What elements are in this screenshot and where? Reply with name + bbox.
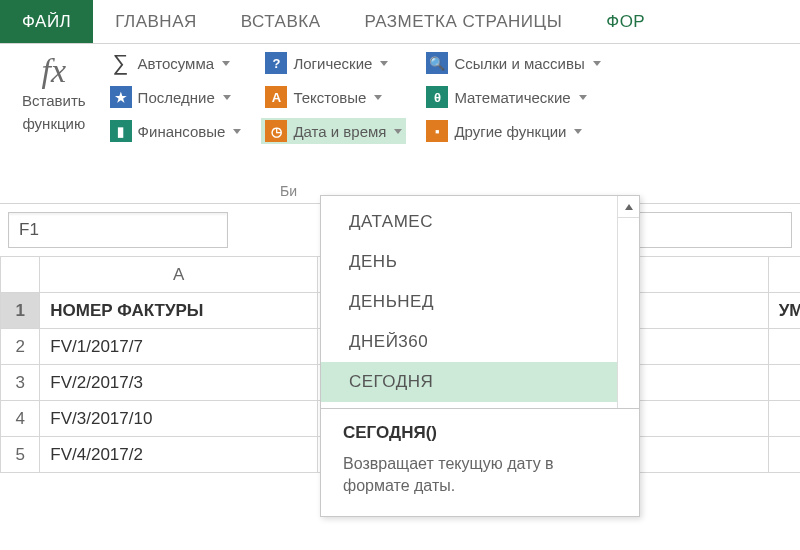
tab-home[interactable]: ГЛАВНАЯ bbox=[93, 0, 218, 43]
function-tooltip: СЕГОДНЯ() Возвращает текущую дату в форм… bbox=[321, 408, 639, 516]
ribbon-formulas: fx Вставить функцию ∑ Автосумма ★ Послед… bbox=[0, 44, 800, 204]
cell[interactable]: FV/2/2017/3 bbox=[40, 365, 318, 401]
tab-page-layout[interactable]: РАЗМЕТКА СТРАНИЦЫ bbox=[342, 0, 584, 43]
menu-tabs: ФАЙЛ ГЛАВНАЯ ВСТАВКА РАЗМЕТКА СТРАНИЦЫ Ф… bbox=[0, 0, 800, 44]
autosum-label: Автосумма bbox=[138, 55, 215, 72]
dropdown-item[interactable]: ДЕНЬНЕД bbox=[321, 282, 617, 322]
chevron-down-icon bbox=[394, 129, 402, 134]
cell[interactable]: УММА ФА bbox=[768, 293, 800, 329]
chevron-down-icon bbox=[380, 61, 388, 66]
tooltip-description: Возвращает текущую дату в формате даты. bbox=[343, 453, 617, 498]
search-icon: 🔍 bbox=[426, 52, 448, 74]
tooltip-title: СЕГОДНЯ() bbox=[343, 423, 617, 443]
fx-icon: fx bbox=[42, 54, 67, 88]
cell[interactable]: НОМЕР ФАКТУРЫ bbox=[40, 293, 318, 329]
more-icon: ▪ bbox=[426, 120, 448, 142]
row-header-3[interactable]: 3 bbox=[1, 365, 40, 401]
cell[interactable]: 87 60 bbox=[768, 365, 800, 401]
more-functions-button[interactable]: ▪ Другие функции bbox=[422, 118, 604, 144]
col-header-A[interactable]: A bbox=[40, 257, 318, 293]
dropdown-item[interactable]: СЕГОДНЯ bbox=[321, 362, 617, 402]
theta-icon: θ bbox=[426, 86, 448, 108]
lookup-label: Ссылки и массивы bbox=[454, 55, 584, 72]
dropdown-item[interactable]: ДЕНЬ bbox=[321, 242, 617, 282]
ribbon-group-label: Би bbox=[280, 183, 297, 199]
logical-button[interactable]: ? Логические bbox=[261, 50, 406, 76]
name-box[interactable]: F1 bbox=[8, 212, 228, 248]
cell[interactable]: 49 15 bbox=[768, 401, 800, 437]
chevron-down-icon bbox=[574, 129, 582, 134]
col-header-D[interactable]: D bbox=[768, 257, 800, 293]
chevron-down-icon bbox=[579, 95, 587, 100]
cell[interactable]: 106 95 bbox=[768, 329, 800, 365]
svg-marker-0 bbox=[625, 204, 633, 210]
cell[interactable]: FV/3/2017/10 bbox=[40, 401, 318, 437]
chevron-down-icon bbox=[222, 61, 230, 66]
text-button[interactable]: A Текстовые bbox=[261, 84, 406, 110]
row-header-4[interactable]: 4 bbox=[1, 401, 40, 437]
select-all-corner[interactable] bbox=[1, 257, 40, 293]
more-functions-label: Другие функции bbox=[454, 123, 566, 140]
row-header-2[interactable]: 2 bbox=[1, 329, 40, 365]
star-icon: ★ bbox=[110, 86, 132, 108]
row-header-1[interactable]: 1 bbox=[1, 293, 40, 329]
scroll-up-icon[interactable] bbox=[618, 196, 639, 218]
datetime-button[interactable]: ◷ Дата и время bbox=[261, 118, 406, 144]
lookup-button[interactable]: 🔍 Ссылки и массивы bbox=[422, 50, 604, 76]
math-label: Математические bbox=[454, 89, 570, 106]
insert-function-label-2: функцию bbox=[22, 115, 85, 134]
dropdown-item[interactable]: ДАТАМЕС bbox=[321, 202, 617, 242]
row-header-5[interactable]: 5 bbox=[1, 437, 40, 473]
financial-label: Финансовые bbox=[138, 123, 226, 140]
chevron-down-icon bbox=[374, 95, 382, 100]
clock-icon: ◷ bbox=[265, 120, 287, 142]
question-icon: ? bbox=[265, 52, 287, 74]
tab-file[interactable]: ФАЙЛ bbox=[0, 0, 93, 43]
insert-function-button[interactable]: fx Вставить функцию bbox=[18, 50, 90, 134]
text-label: Текстовые bbox=[293, 89, 366, 106]
math-button[interactable]: θ Математические bbox=[422, 84, 604, 110]
recent-label: Последние bbox=[138, 89, 215, 106]
insert-function-label-1: Вставить bbox=[22, 92, 86, 111]
logical-label: Логические bbox=[293, 55, 372, 72]
datetime-dropdown: ДАТАМЕС ДЕНЬ ДЕНЬНЕД ДНЕЙ360 СЕГОДНЯ СЕГ… bbox=[320, 195, 640, 517]
recent-button[interactable]: ★ Последние bbox=[106, 84, 246, 110]
dropdown-scrollbar[interactable] bbox=[617, 196, 639, 408]
chevron-down-icon bbox=[593, 61, 601, 66]
chevron-down-icon bbox=[223, 95, 231, 100]
autosum-button[interactable]: ∑ Автосумма bbox=[106, 50, 246, 76]
dropdown-list: ДАТАМЕС ДЕНЬ ДЕНЬНЕД ДНЕЙ360 СЕГОДНЯ bbox=[321, 196, 617, 408]
book-icon: ▮ bbox=[110, 120, 132, 142]
dropdown-item[interactable]: ДНЕЙ360 bbox=[321, 322, 617, 362]
datetime-label: Дата и время bbox=[293, 123, 386, 140]
sigma-icon: ∑ bbox=[110, 52, 132, 74]
tab-insert[interactable]: ВСТАВКА bbox=[219, 0, 343, 43]
chevron-down-icon bbox=[233, 129, 241, 134]
letter-a-icon: A bbox=[265, 86, 287, 108]
tab-formulas[interactable]: ФОР bbox=[584, 0, 667, 43]
cell[interactable]: FV/4/2017/2 bbox=[40, 437, 318, 473]
cell[interactable]: FV/1/2017/7 bbox=[40, 329, 318, 365]
financial-button[interactable]: ▮ Финансовые bbox=[106, 118, 246, 144]
cell[interactable]: 24 04 bbox=[768, 437, 800, 473]
